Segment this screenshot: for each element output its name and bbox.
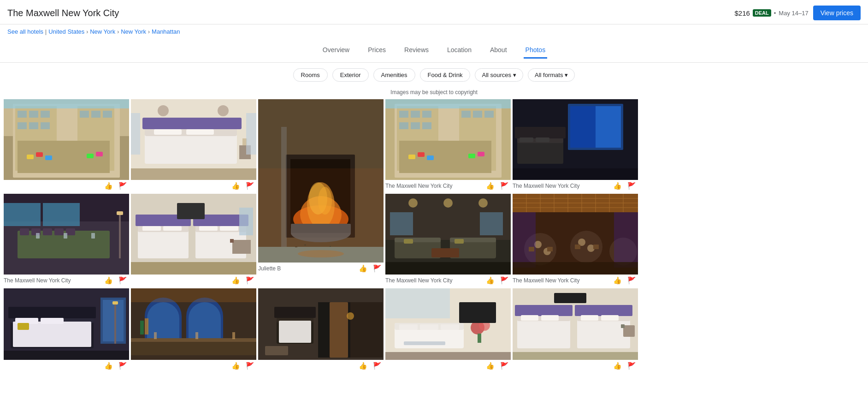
tab-about[interactable]: About <box>488 42 509 59</box>
svg-rect-62 <box>230 239 234 243</box>
flag-button[interactable]: 🚩 <box>244 361 256 371</box>
like-button[interactable]: 👍 <box>484 361 496 371</box>
all-formats-dropdown[interactable]: All formats ▾ <box>528 68 575 82</box>
svg-rect-18 <box>87 154 94 158</box>
photo-source: Juliette B <box>258 265 281 272</box>
like-button[interactable]: 👍 <box>611 181 624 191</box>
like-button[interactable]: 👍 <box>357 361 369 371</box>
flag-button[interactable]: 🚩 <box>626 361 638 371</box>
like-button[interactable]: 👍 <box>230 275 242 286</box>
flag-button[interactable]: 🚩 <box>498 181 511 191</box>
photo-item[interactable] <box>131 288 256 360</box>
svg-rect-206 <box>385 352 511 360</box>
svg-rect-215 <box>541 315 559 321</box>
flag-button[interactable]: 🚩 <box>626 181 638 191</box>
svg-rect-197 <box>399 324 418 330</box>
flag-button[interactable]: 🚩 <box>371 263 384 274</box>
svg-rect-204 <box>459 302 496 323</box>
svg-rect-96 <box>473 111 482 118</box>
action-buttons: 👍 🚩 <box>230 361 256 371</box>
svg-rect-92 <box>399 122 408 129</box>
flag-button[interactable]: 🚩 <box>371 361 384 371</box>
breadcrumb-new-york-city[interactable]: New York <box>121 28 146 35</box>
like-button[interactable]: 👍 <box>102 275 115 286</box>
photo-item[interactable] <box>385 99 511 180</box>
svg-rect-101 <box>427 155 434 160</box>
filter-amenities[interactable]: Amenities <box>373 68 415 82</box>
breadcrumb-united-states[interactable]: United States <box>48 28 84 35</box>
all-sources-dropdown[interactable]: All sources ▾ <box>475 68 523 82</box>
photo-item[interactable] <box>513 194 638 275</box>
breadcrumb-new-york-state[interactable]: New York <box>90 28 115 35</box>
tab-location[interactable]: Location <box>445 42 473 59</box>
svg-rect-15 <box>27 155 34 159</box>
flag-button[interactable]: 🚩 <box>117 181 129 191</box>
flag-button[interactable]: 🚩 <box>244 181 256 191</box>
photo-item[interactable] <box>131 99 256 180</box>
photo-item[interactable] <box>258 288 384 360</box>
like-button[interactable]: 👍 <box>484 275 496 286</box>
filter-exterior[interactable]: Exterior <box>332 68 369 82</box>
photo-item[interactable] <box>4 194 129 275</box>
breadcrumb-manhattan[interactable]: Manhattan <box>152 28 180 35</box>
like-button[interactable]: 👍 <box>484 181 496 191</box>
svg-rect-63 <box>239 208 253 235</box>
tab-prices[interactable]: Prices <box>366 42 388 59</box>
filter-food-drink[interactable]: Food & Drink <box>420 68 471 82</box>
tab-photos[interactable]: Photos <box>524 42 548 59</box>
svg-rect-145 <box>513 194 638 212</box>
svg-rect-125 <box>596 106 621 148</box>
tab-overview[interactable]: Overview <box>321 42 351 59</box>
flag-button[interactable]: 🚩 <box>498 361 511 371</box>
photo-card: 👍 🚩 <box>258 288 384 372</box>
tab-reviews[interactable]: Reviews <box>402 42 431 59</box>
svg-rect-12 <box>91 111 100 118</box>
flag-button[interactable]: 🚩 <box>498 275 511 286</box>
flag-button[interactable]: 🚩 <box>117 361 129 371</box>
svg-rect-173 <box>4 351 129 360</box>
photo-card-tall: Juliette B 👍 🚩 <box>258 99 384 275</box>
breadcrumb-arrow1: › <box>86 29 88 35</box>
photo-item[interactable] <box>4 288 129 360</box>
action-buttons: 👍 🚩 <box>102 181 129 191</box>
breadcrumb-all-hotels[interactable]: See all hotels <box>7 28 43 35</box>
svg-rect-216 <box>581 315 598 321</box>
below-actions: 👍 🚩 <box>131 180 256 192</box>
like-button[interactable]: 👍 <box>357 263 369 274</box>
svg-rect-156 <box>547 247 553 251</box>
svg-rect-100 <box>418 152 425 157</box>
price-block: $216 DEAL • May 14–17 <box>734 9 808 17</box>
photo-item[interactable] <box>4 99 129 180</box>
like-button[interactable]: 👍 <box>611 361 624 371</box>
photo-item[interactable] <box>385 288 511 360</box>
copyright-notice: Images may be subject to copyright <box>0 87 868 99</box>
photo-card: The Maxwell New York City 👍 🚩 <box>513 99 638 192</box>
view-prices-button[interactable]: View prices <box>813 6 861 20</box>
photo-card: 👍 🚩 <box>4 99 129 192</box>
like-button[interactable]: 👍 <box>611 275 624 286</box>
svg-rect-116 <box>431 248 459 257</box>
action-buttons: 👍 🚩 <box>484 275 511 286</box>
hotel-title: The Maxwell New York City <box>7 8 119 18</box>
svg-rect-26 <box>43 228 52 235</box>
flag-button[interactable]: 🚩 <box>626 275 638 286</box>
photo-item[interactable] <box>513 288 638 360</box>
like-button[interactable]: 👍 <box>102 361 115 371</box>
svg-rect-168 <box>18 323 29 330</box>
svg-rect-34 <box>119 212 121 258</box>
like-button[interactable]: 👍 <box>230 361 242 371</box>
svg-rect-6 <box>29 111 38 118</box>
photo-item[interactable] <box>131 194 256 275</box>
flag-button[interactable]: 🚩 <box>117 275 129 286</box>
below-actions: 👍 🚩 <box>4 360 129 372</box>
below-actions: The Maxwell New York City 👍 🚩 <box>385 180 511 192</box>
photo-item-tall[interactable] <box>258 99 384 263</box>
svg-rect-129 <box>520 137 533 142</box>
svg-rect-13 <box>103 111 112 118</box>
like-button[interactable]: 👍 <box>102 181 115 191</box>
filter-rooms[interactable]: Rooms <box>293 68 328 82</box>
photo-item[interactable] <box>385 194 511 275</box>
flag-button[interactable]: 🚩 <box>244 275 256 286</box>
like-button[interactable]: 👍 <box>230 181 242 191</box>
photo-item[interactable] <box>513 99 638 180</box>
